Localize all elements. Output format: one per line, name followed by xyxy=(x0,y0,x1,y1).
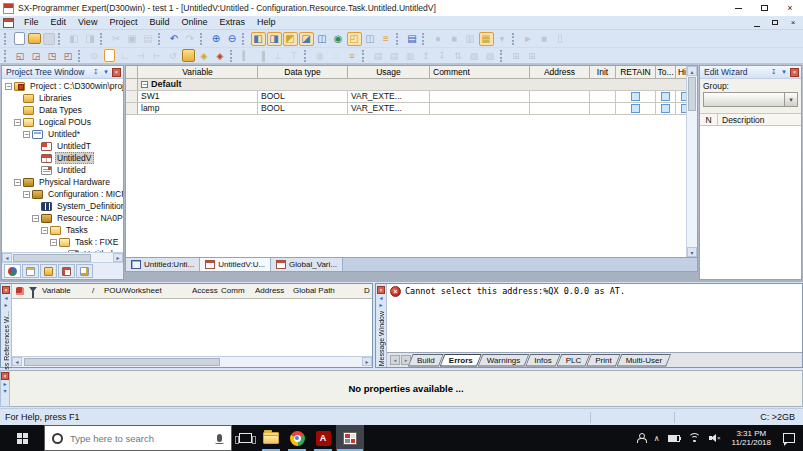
chevron-down-icon[interactable]: ▾ xyxy=(779,67,789,77)
run-icon[interactable]: ► xyxy=(521,32,536,46)
cell-comment[interactable] xyxy=(430,91,530,103)
wizard-col-n[interactable]: N xyxy=(700,114,718,125)
cross-references-list[interactable] xyxy=(12,299,372,356)
left-powerrail-icon[interactable]: ▍ xyxy=(239,49,254,62)
battery-button[interactable] xyxy=(664,425,684,451)
tree-node-untitled[interactable]: −Untitled* xyxy=(2,128,123,140)
new-icon[interactable] xyxy=(14,32,25,45)
tree-node-logical-pous[interactable]: −Logical POUs xyxy=(2,116,123,128)
right-powerrail-icon[interactable]: ▐ xyxy=(255,49,270,62)
edit-mode-icon[interactable] xyxy=(104,49,115,62)
xref-col-variable[interactable]: Variable xyxy=(42,286,71,295)
microphone-icon[interactable] xyxy=(217,434,222,442)
view-message-window-icon[interactable]: ◰ xyxy=(347,32,362,46)
grid-group-row[interactable]: −Default xyxy=(126,79,697,91)
scroll-right-icon[interactable]: ▸ xyxy=(113,253,123,262)
message-tab-multi-user[interactable]: Multi-User xyxy=(617,354,671,367)
tree-tab-3[interactable] xyxy=(40,264,57,278)
stop-icon[interactable]: ■ xyxy=(537,32,552,46)
tab-scroll-left-icon[interactable]: ◂ xyxy=(390,355,400,365)
scroll-thumb[interactable] xyxy=(24,358,220,366)
expander-icon[interactable]: − xyxy=(50,239,57,246)
insert-variable-icon[interactable]: ◱ xyxy=(13,49,28,62)
pou-stack-icon[interactable]: ≡ xyxy=(379,32,394,46)
delete-row-icon[interactable]: ▥ xyxy=(403,49,418,62)
child-minimize-button[interactable] xyxy=(751,18,763,27)
row-header[interactable] xyxy=(126,91,138,103)
message-tab-errors[interactable]: Errors xyxy=(440,354,482,367)
filter-icon[interactable] xyxy=(29,287,37,292)
column-settings-icon[interactable]: ▨ xyxy=(483,49,498,62)
scale-icon[interactable]: ▥ xyxy=(463,32,478,46)
scroll-right-icon[interactable]: ▸ xyxy=(362,357,372,366)
message-tab-plc[interactable]: PLC xyxy=(557,354,591,367)
message-row[interactable]: ×Cannot select this address:%QX 0.0.0 as… xyxy=(390,286,799,297)
insert-contact-icon[interactable]: ⊣ xyxy=(134,49,149,62)
cell-data_type[interactable]: BOOL xyxy=(258,91,348,103)
tree-node-libraries[interactable]: Libraries xyxy=(2,92,123,104)
tree-node-project-c-d300win-projects-te[interactable]: −Project : C:\D300win\projects\te xyxy=(2,80,123,92)
tree-tab-4[interactable] xyxy=(58,264,75,278)
add-folder-icon[interactable] xyxy=(182,49,195,62)
doc-tab-untitled-unti[interactable]: Untitled:Unti... xyxy=(126,258,200,271)
message-tab-infos[interactable]: Infos xyxy=(525,354,560,367)
cell-variable[interactable]: lamp xyxy=(138,103,258,115)
scroll-down-icon[interactable]: ▾ xyxy=(687,247,697,257)
tree-node-system-definition[interactable]: System_Definition xyxy=(2,200,123,212)
pin-icon[interactable]: ↧ xyxy=(769,67,779,77)
doc-tab-untitledv-u[interactable]: UntitledV:U... xyxy=(200,258,271,271)
tray-expand-button[interactable]: ∧ xyxy=(650,425,664,451)
insert-group-icon[interactable]: ◳ xyxy=(45,49,60,62)
grid-col-init[interactable]: Init xyxy=(590,66,616,79)
watch-icon[interactable]: ◍ xyxy=(313,49,328,62)
menu-file[interactable]: File xyxy=(18,16,45,29)
add-fb-icon[interactable]: ◈ xyxy=(213,49,228,62)
view-edit-wizard-icon[interactable]: ◨ xyxy=(267,32,282,46)
redo-icon[interactable]: ↷ xyxy=(183,32,198,46)
tree-tab-2[interactable] xyxy=(22,264,39,278)
row-header[interactable] xyxy=(126,103,138,115)
close-icon[interactable]: × xyxy=(2,286,10,294)
dock-right-icon[interactable]: ▸ xyxy=(4,303,7,308)
scroll-thumb[interactable] xyxy=(13,254,91,262)
open-icon[interactable] xyxy=(28,33,41,44)
cell-address[interactable] xyxy=(530,103,590,115)
tree-tab-1[interactable] xyxy=(4,264,21,278)
acrobat-button[interactable]: A xyxy=(310,425,336,451)
volume-button[interactable]: × xyxy=(705,425,725,451)
tree-node-task-fixe[interactable]: −Task : FIXE xyxy=(2,236,123,248)
menu-build[interactable]: Build xyxy=(143,16,175,29)
cell-usage[interactable]: VAR_EXTE... xyxy=(348,103,430,115)
d300win-button[interactable] xyxy=(336,425,364,451)
xref-horizontal-scrollbar[interactable]: ◂ ▸ xyxy=(12,356,372,367)
expander-icon[interactable]: − xyxy=(23,191,30,198)
find-icon[interactable]: ⊙ xyxy=(87,49,102,62)
tree-node-resource-na0p14[interactable]: −Resource : NA0P14 xyxy=(2,212,123,224)
dock-right-icon[interactable]: ▸ xyxy=(379,303,382,308)
overview-icon[interactable]: ≡ xyxy=(345,49,360,62)
tree-node-untitled[interactable]: Untitled xyxy=(2,164,123,176)
grid-col-to[interactable]: To... xyxy=(656,66,676,79)
grid-col-variable[interactable]: Variable xyxy=(138,66,258,79)
xref-col-global-path[interactable]: Global Path xyxy=(293,286,335,295)
insert-coil-icon[interactable]: ⊢ xyxy=(150,49,165,62)
to-checkbox[interactable] xyxy=(661,104,670,113)
xref-col-[interactable]: / xyxy=(92,286,94,295)
view-project-tree-icon[interactable]: ◧ xyxy=(251,32,266,46)
scroll-thumb[interactable] xyxy=(688,77,696,111)
file-explorer-button[interactable] xyxy=(258,425,284,451)
scroll-left-icon[interactable]: ◂ xyxy=(2,253,12,262)
sort-icon[interactable]: ⇅ xyxy=(451,49,466,62)
unwatch-icon[interactable]: ◌ xyxy=(329,49,344,62)
child-close-button[interactable]: × xyxy=(787,18,799,27)
cell-usage[interactable]: VAR_EXTE... xyxy=(348,91,430,103)
grid-col-address[interactable]: Address xyxy=(530,66,590,79)
insert-row-icon[interactable]: ▤ xyxy=(371,49,386,62)
tree-node-data-types[interactable]: Data Types xyxy=(2,104,123,116)
xref-col-address[interactable]: Address xyxy=(255,286,284,295)
grid-col-usage[interactable]: Usage xyxy=(348,66,430,79)
tree-node-physical-hardware[interactable]: −Physical Hardware xyxy=(2,176,123,188)
mdi-child-icon[interactable] xyxy=(3,18,14,28)
expander-icon[interactable]: − xyxy=(5,83,12,90)
close-icon[interactable]: × xyxy=(1,372,9,380)
